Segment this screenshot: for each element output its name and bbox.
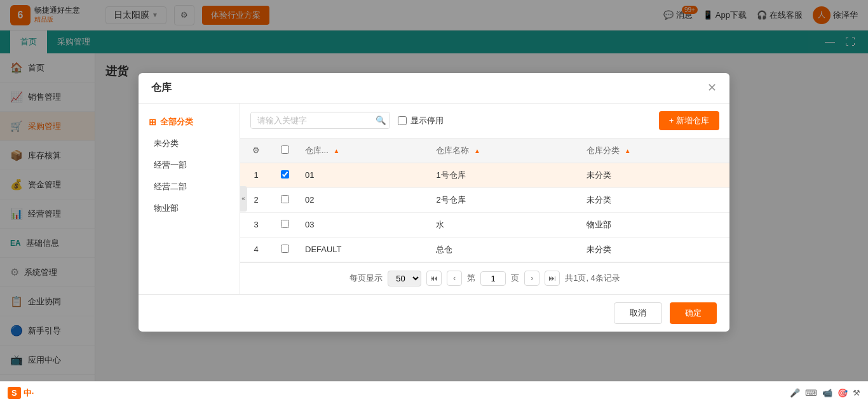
first-page-button[interactable]: ⏮ (426, 271, 442, 286)
modal-header: 仓库 ✕ (139, 73, 729, 104)
table-row[interactable]: 2 02 2号仓库 未分类 (240, 187, 729, 212)
category-item-1[interactable]: 经营一部 (139, 154, 240, 176)
category-all-label: 全部分类 (160, 116, 193, 128)
confirm-button[interactable]: 确定 (670, 302, 717, 324)
modal-overlay: 仓库 ✕ ⊞ 全部分类 未分类 经营一部 经营二部 物业部 « (0, 0, 868, 404)
page-number-input[interactable] (480, 271, 506, 286)
row-checkbox-cell (272, 237, 297, 262)
col-category: 仓库分类 ▲ (579, 138, 729, 163)
row-category: 未分类 (579, 237, 729, 262)
row-code: DEFAULT (297, 237, 428, 262)
table-row[interactable]: 4 DEFAULT 总仓 未分类 (240, 237, 729, 262)
bottom-logo: S 中· (8, 387, 34, 399)
prev-page-button[interactable]: ‹ (447, 271, 462, 286)
table-header-row: ⚙ 仓库... ▲ 仓库名称 ▲ (240, 138, 729, 163)
col-code-sort-icon: ▲ (333, 147, 339, 154)
row-checkbox[interactable] (281, 170, 289, 178)
keyboard-icon[interactable]: ⌨ (805, 388, 817, 398)
row-name: 2号仓库 (428, 187, 579, 212)
row-checkbox[interactable] (281, 195, 289, 203)
row-checkbox[interactable] (281, 245, 289, 253)
col-checkbox (272, 138, 297, 163)
search-input[interactable] (251, 112, 370, 128)
row-name: 水 (428, 212, 579, 237)
bottom-icons: 🎤 ⌨ 📹 🎯 ⚒ (790, 388, 860, 398)
table-body: 1 01 1号仓库 未分类 2 (240, 163, 729, 262)
row-name: 总仓 (428, 237, 579, 262)
warehouse-modal: 仓库 ✕ ⊞ 全部分类 未分类 经营一部 经营二部 物业部 « (139, 73, 729, 332)
row-checkbox-cell (272, 212, 297, 237)
col-category-sort-icon: ▲ (625, 147, 631, 154)
row-index: 3 (240, 212, 272, 237)
table-row[interactable]: 1 01 1号仓库 未分类 (240, 163, 729, 187)
row-category: 未分类 (579, 163, 729, 187)
show-disabled-checkbox[interactable] (398, 116, 407, 125)
show-disabled-label: 显示停用 (410, 115, 444, 126)
search-box: 🔍 (250, 112, 390, 129)
bottom-logo-text: 中· (24, 387, 34, 399)
page-size-select[interactable]: 50 (388, 271, 421, 286)
row-category: 物业部 (579, 212, 729, 237)
category-item-2[interactable]: 经营二部 (139, 176, 240, 198)
row-checkbox-cell (272, 187, 297, 212)
grid-icon: ⊞ (149, 117, 156, 127)
modal-body: ⊞ 全部分类 未分类 经营一部 经营二部 物业部 « 🔍 (139, 104, 729, 294)
row-checkbox[interactable] (281, 220, 289, 228)
row-code: 01 (297, 163, 428, 187)
pagination: 每页显示 50 ⏮ ‹ 第 页 › ⏭ 共1页, 4条记录 (240, 262, 729, 294)
row-index: 1 (240, 163, 272, 187)
modal-title: 仓库 (151, 81, 707, 95)
row-code: 03 (297, 212, 428, 237)
row-category: 未分类 (579, 187, 729, 212)
show-disabled-wrap: 显示停用 (398, 115, 444, 126)
col-name-label: 仓库名称 (436, 145, 469, 155)
col-category-label: 仓库分类 (587, 145, 620, 155)
cancel-button[interactable]: 取消 (614, 302, 662, 324)
search-button[interactable]: 🔍 (370, 112, 390, 128)
category-collapse-button[interactable]: « (240, 186, 247, 212)
category-all-item[interactable]: ⊞ 全部分类 (139, 111, 240, 133)
col-name-sort-icon: ▲ (474, 147, 480, 154)
category-panel: ⊞ 全部分类 未分类 经营一部 经营二部 物业部 « (139, 104, 240, 294)
total-info: 共1页, 4条记录 (565, 273, 620, 284)
table-row[interactable]: 3 03 水 物业部 (240, 212, 729, 237)
page-suffix: 页 (511, 273, 519, 284)
table-toolbar: 🔍 显示停用 + 新增仓库 (240, 104, 729, 138)
target-icon[interactable]: 🎯 (837, 388, 848, 398)
add-warehouse-button[interactable]: + 新增仓库 (659, 111, 719, 130)
data-table: ⚙ 仓库... ▲ 仓库名称 ▲ (240, 138, 729, 262)
bottom-logo-icon: S (8, 387, 21, 399)
next-page-button[interactable]: › (524, 271, 539, 286)
row-checkbox-cell (272, 163, 297, 187)
col-settings: ⚙ (240, 138, 272, 163)
mic-icon[interactable]: 🎤 (790, 388, 800, 398)
page-label: 第 (467, 273, 475, 284)
col-code: 仓库... ▲ (297, 138, 428, 163)
last-page-button[interactable]: ⏭ (545, 271, 560, 286)
col-name: 仓库名称 ▲ (428, 138, 579, 163)
col-code-label: 仓库... (305, 145, 329, 155)
row-code: 02 (297, 187, 428, 212)
warehouse-table: ⚙ 仓库... ▲ 仓库名称 ▲ (240, 138, 729, 262)
category-item-0[interactable]: 未分类 (139, 133, 240, 154)
modal-footer: 取消 确定 (139, 294, 729, 332)
row-index: 4 (240, 237, 272, 262)
modal-close-button[interactable]: ✕ (707, 82, 717, 93)
tools-icon[interactable]: ⚒ (853, 388, 860, 398)
camera-icon[interactable]: 📹 (822, 388, 832, 398)
per-page-label: 每页显示 (349, 273, 383, 284)
row-name: 1号仓库 (428, 163, 579, 187)
table-panel: 🔍 显示停用 + 新增仓库 ⚙ (240, 104, 729, 294)
bottom-bar: S 中· 🎤 ⌨ 📹 🎯 ⚒ (0, 381, 868, 404)
category-item-3[interactable]: 物业部 (139, 198, 240, 219)
select-all-checkbox[interactable] (281, 145, 289, 154)
